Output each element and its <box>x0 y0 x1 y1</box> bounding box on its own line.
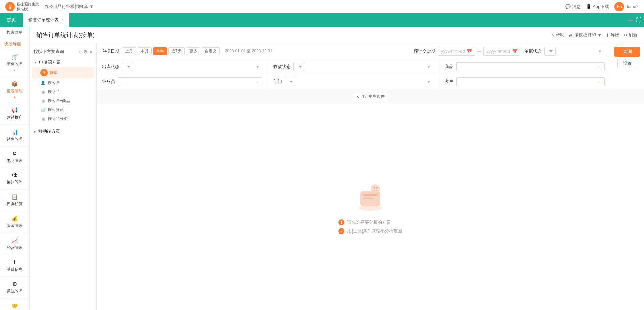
expand-mobile-icon: ▶ <box>34 130 36 133</box>
payment-status-label: 收款状态 <box>273 64 291 70</box>
page-title: 销售订单统计表(按单) <box>36 31 95 39</box>
customer-select-button[interactable]: ··· <box>598 79 602 84</box>
filter-container: 单据日期 上月 本月 本年 近7天 更多 自定义 2023-01-01 至 20… <box>97 43 644 89</box>
top-bar-left: 🐰 畅捷通好生意 标准版 办公用品行业模拟账套 ▼ <box>5 2 96 11</box>
sidebar-item-purchase[interactable]: 🛍 采购管理 <box>0 168 29 190</box>
scheme-parent-desktop[interactable]: ▼ 电脑端方案 <box>32 57 94 67</box>
page-title-row: 销售订单统计表(按单) ? 帮助 🖨 按模板打印 ▼ ⬇ 导出 <box>36 31 637 39</box>
sidebar-item-ecommerce[interactable]: 🖥 电商管理 <box>0 147 29 168</box>
tab-close-icon[interactable]: × <box>61 18 64 22</box>
status-label: 单据状态 <box>524 48 542 54</box>
salesperson-select-button[interactable]: ··· <box>256 79 260 84</box>
filter-cell-payment-status: 收款状态 ▼ <box>268 59 439 74</box>
sidebar-item-operations[interactable]: 📈 经营管理 <box>0 233 29 255</box>
refresh-button[interactable]: ↺ 刷新 <box>624 32 637 38</box>
filter-cell-goods: 商品 ··· <box>439 59 610 74</box>
filter-cell-status: 单据状态 ▼ <box>524 47 605 56</box>
left-panel: 按以下方案查询 + ⚙ « ▼ 电脑端方案 按 按单 <box>30 43 97 310</box>
salesperson-input[interactable] <box>121 79 256 84</box>
purchase-icon: 🛍 <box>12 172 17 178</box>
delivery-status-select[interactable] <box>122 62 133 71</box>
tab-bar-actions: — ⛶ <box>628 17 644 23</box>
date-btn-custom[interactable]: 自定义 <box>202 47 220 55</box>
filter-cell-salesperson: 业务员 ··· <box>97 74 268 89</box>
tab-minimize-button[interactable]: — <box>628 17 633 23</box>
scheme-item-by-customer[interactable]: 👤 按客户 <box>32 78 94 87</box>
date-btn-more[interactable]: 更多 <box>186 47 200 55</box>
date-btn-this-month[interactable]: 本月 <box>138 47 152 55</box>
scheme-parent-mobile[interactable]: ▶ 移动端方案 <box>32 126 94 136</box>
setting-button[interactable]: 设置 <box>617 59 637 68</box>
print-chevron-icon: ▼ <box>597 33 602 38</box>
sidebar-search[interactable]: 搜索菜单 <box>0 27 29 38</box>
date-to-input[interactable]: yyyy-mm-dd 📅 <box>483 47 520 56</box>
content-wrapper: 按以下方案查询 + ⚙ « ▼ 电脑端方案 按 按单 <box>30 43 644 310</box>
collapse-panel-button[interactable]: « <box>90 49 92 54</box>
delivery-status-label: 出库状态 <box>102 64 119 70</box>
marketing-icon: 📢 <box>11 107 18 113</box>
message-button[interactable]: 💬 消息 <box>565 4 581 10</box>
salesperson-label: 业务员 <box>102 79 115 85</box>
scheme-item-by-salesperson[interactable]: 📊 按业务员 <box>32 105 94 114</box>
operations-icon: 📈 <box>11 237 18 244</box>
left-panel-actions: + ⚙ « <box>78 49 92 54</box>
scheme-item-by-customer-product[interactable]: ▦ 按客户+商品 <box>32 96 94 105</box>
date-range-picker: yyyy-mm-dd 📅 — yyyy-mm-dd 📅 <box>438 47 520 56</box>
payment-status-select[interactable] <box>293 62 305 71</box>
sidebar-item-retail[interactable]: 🛒 零售管理 ▼ <box>0 50 29 76</box>
scheme-item-by-product-category[interactable]: ▦ 按商品分类 <box>32 114 94 123</box>
scheme-label-by-order: 按单 <box>50 70 58 76</box>
scheme-label-by-salesperson: 按业务员 <box>48 107 64 113</box>
goods-label: 商品 <box>445 64 453 70</box>
department-select[interactable] <box>285 77 296 86</box>
inventory-icon: 📋 <box>11 194 18 200</box>
empty-illustration <box>350 179 390 214</box>
query-button[interactable]: 查询 <box>614 47 640 57</box>
system-icon: ⚙ <box>12 281 17 287</box>
help-button[interactable]: ? 帮助 <box>552 32 565 38</box>
sidebar-item-basic[interactable]: ℹ 基础信息 <box>0 255 29 277</box>
status-select[interactable] <box>544 47 556 56</box>
sidebar-item-marketing[interactable]: 📢 营销推广 <box>0 103 29 125</box>
app-download-button[interactable]: 📱 App下载 <box>586 4 609 10</box>
filter-row-2: 出库状态 ▼ 收款状态 <box>97 59 610 74</box>
date-from-input[interactable]: yyyy-mm-dd 📅 <box>438 47 475 56</box>
template-print-button[interactable]: 🖨 按模板打印 ▼ <box>569 32 602 38</box>
expand-icon: ▼ <box>34 61 37 64</box>
goods-input[interactable] <box>459 64 598 69</box>
tab-home[interactable]: 首页 <box>0 13 23 27</box>
scheme-item-by-product[interactable]: ▦ 按商品 <box>32 87 94 96</box>
sidebar-item-inventory[interactable]: 📋 库存核算 <box>0 190 29 211</box>
desktop-scheme-label: 电脑端方案 <box>39 59 61 65</box>
goods-select-button[interactable]: ··· <box>598 64 602 69</box>
sidebar-item-system[interactable]: ⚙ 系统管理 <box>0 277 29 299</box>
sidebar-quick-nav[interactable]: 快捷导航 <box>0 38 29 50</box>
download-icon: 📱 <box>586 4 591 9</box>
tab-maximize-button[interactable]: ⛶ <box>636 17 641 23</box>
customer-input[interactable] <box>459 79 598 84</box>
scheme-label-by-customer-product: 按客户+商品 <box>48 98 70 104</box>
main-layout: 搜索菜单 快捷导航 🛒 零售管理 ▼ 📦 批发管理 ▲ 📢 营销推广 📊 销售管… <box>0 27 644 310</box>
company-selector[interactable]: 办公用品行业模拟账套 ▼ <box>42 4 96 10</box>
scheme-icon-customer: 👤 <box>40 80 46 86</box>
date-btn-last-7-days[interactable]: 近7天 <box>168 47 185 55</box>
page-actions: ? 帮助 🖨 按模板打印 ▼ ⬇ 导出 ↺ 刷新 <box>552 32 637 38</box>
add-scheme-button[interactable]: + <box>78 49 81 54</box>
collapse-conditions-button[interactable]: ∧ 收起更多条件 <box>352 92 389 101</box>
date-btn-last-month[interactable]: 上月 <box>122 47 136 55</box>
print-icon: 🖨 <box>569 33 573 38</box>
scheme-item-by-order[interactable]: 按 按单 <box>32 67 94 78</box>
scheme-label-by-product-category: 按商品分类 <box>48 116 68 122</box>
help-icon: ? <box>552 33 554 38</box>
sidebar-item-sales[interactable]: 📊 销售管理 <box>0 125 29 147</box>
wholesale-icon: 📦 <box>11 81 18 87</box>
date-btn-this-year[interactable]: 本年 <box>153 47 167 55</box>
tab-active[interactable]: 销售订单统计表 × <box>23 13 69 27</box>
scheme-settings-button[interactable]: ⚙ <box>83 49 88 54</box>
tab-bar: 首页 销售订单统计表 × — ⛶ <box>0 13 644 27</box>
sidebar-item-enterprise[interactable]: 🤝 企业协同 <box>0 299 29 310</box>
export-button[interactable]: ⬇ 导出 <box>606 32 620 38</box>
user-menu[interactable]: Ea demo2 <box>614 2 639 11</box>
sidebar-item-wholesale[interactable]: 📦 批发管理 ▲ <box>0 76 29 103</box>
sidebar-item-finance[interactable]: 💰 资金管理 <box>0 211 29 233</box>
